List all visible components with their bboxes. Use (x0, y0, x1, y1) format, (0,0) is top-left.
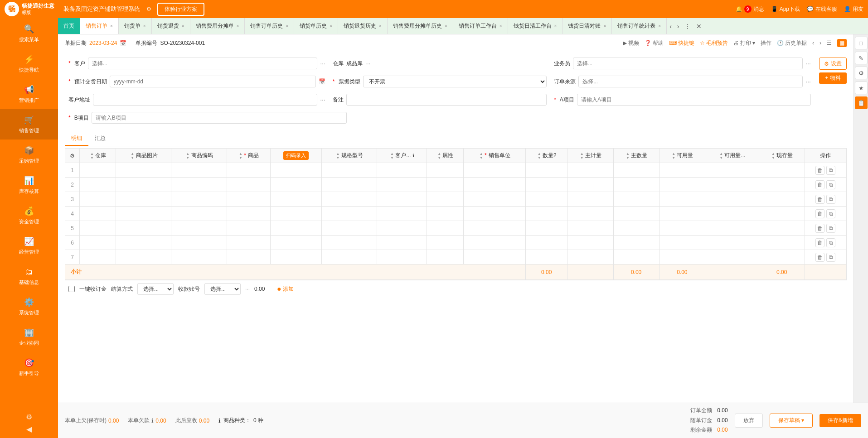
row-5-avail-qty[interactable] (659, 221, 705, 236)
sidebar-item-guide[interactable]: 🎯 新手引导 (0, 352, 58, 382)
tab-statistics-close[interactable]: × (658, 24, 661, 29)
row-5-unit[interactable] (463, 221, 526, 236)
row-3-image[interactable] (116, 192, 171, 207)
tab-summary[interactable]: 汇总 (88, 132, 112, 146)
tab-next-btn[interactable]: › (674, 23, 682, 30)
row-1-code[interactable] (171, 163, 227, 178)
row-4-main-unit[interactable] (567, 207, 613, 221)
row-4-avail-qty[interactable] (659, 207, 705, 221)
b-project-input[interactable] (92, 112, 347, 124)
row-7-main-qty[interactable] (613, 250, 659, 265)
account-select[interactable]: 选择... (204, 283, 241, 295)
row-1-avail2[interactable] (705, 163, 759, 178)
row-6-delete-btn[interactable]: 🗑 (815, 238, 824, 247)
row-1-avail-qty[interactable] (659, 163, 705, 178)
row-7-qty2[interactable] (526, 250, 567, 265)
row-5-code[interactable] (171, 221, 227, 236)
row-6-spec[interactable] (321, 236, 377, 250)
row-1-attribute[interactable] (427, 163, 463, 178)
tab-detail[interactable]: 明细 (65, 132, 88, 146)
row-3-code[interactable] (171, 192, 227, 207)
current-due-info[interactable]: ℹ (151, 418, 154, 424)
row-7-product[interactable] (227, 250, 270, 265)
row-3-warehouse[interactable] (80, 192, 116, 207)
avail2-sort[interactable]: ▲▼ (719, 152, 723, 160)
row-7-copy-btn[interactable]: ⧉ (826, 253, 835, 262)
row-6-unit[interactable] (463, 236, 526, 250)
online-service-btn[interactable]: 💬 在线客服 (807, 5, 837, 13)
row-5-customer-spec[interactable] (377, 221, 427, 236)
spec-sort[interactable]: ▲▼ (336, 152, 339, 160)
add-payment-btn[interactable]: ● 添加 (277, 285, 294, 293)
addr-more-icon[interactable]: ··· (320, 96, 325, 103)
code-sort[interactable]: ▲▼ (186, 152, 189, 160)
history-action[interactable]: 🕐 历史单据 (777, 39, 807, 47)
sidebar-collapse-icon[interactable]: ◀ (26, 425, 32, 433)
print-chevron[interactable]: ▾ (752, 40, 755, 46)
row-6-main-unit[interactable] (567, 236, 613, 250)
nav-next-icon[interactable]: › (820, 40, 821, 46)
row-2-unit[interactable] (463, 178, 526, 192)
row-4-copy-btn[interactable]: ⧉ (826, 209, 835, 218)
tab-expense-history[interactable]: 销售费用分摊单历史 × (388, 18, 453, 34)
row-7-attribute[interactable] (427, 250, 463, 265)
row-7-warehouse[interactable] (80, 250, 116, 265)
tab-return-history[interactable]: 销货退货历史 × (338, 18, 388, 34)
attribute-sort[interactable]: ▲▼ (437, 152, 441, 160)
row-4-attribute[interactable] (427, 207, 463, 221)
row-3-customer-spec[interactable] (377, 192, 427, 207)
row-7-avail2[interactable] (705, 250, 759, 265)
setting-btn[interactable]: ⚙ 设置 (819, 58, 847, 70)
calendar-icon[interactable]: 📅 (120, 40, 126, 46)
row-3-delete-btn[interactable]: 🗑 (815, 195, 824, 204)
more-dots-icon[interactable]: ··· (245, 286, 250, 292)
row-7-spec[interactable] (321, 250, 377, 265)
order-source-more-icon[interactable]: ··· (805, 78, 811, 85)
unit-sort[interactable]: ▲▼ (480, 152, 483, 160)
row-4-warehouse[interactable] (80, 207, 116, 221)
row-4-unit[interactable] (463, 207, 526, 221)
row-5-qty2[interactable] (526, 221, 567, 236)
row-5-product[interactable] (227, 221, 270, 236)
row-7-customer-spec[interactable] (377, 250, 427, 265)
tab-order-workbench-close[interactable]: × (499, 24, 502, 29)
row-1-customer-spec[interactable] (377, 163, 427, 178)
row-5-avail2[interactable] (705, 221, 759, 236)
sidebar-item-finance[interactable]: 💰 资金管理 (0, 200, 58, 231)
row-1-main-qty[interactable] (613, 163, 659, 178)
row-7-main-unit[interactable] (567, 250, 613, 265)
notification-btn[interactable]: 🔔 9 消息 (736, 5, 764, 13)
tab-daily-workbench-close[interactable]: × (554, 24, 557, 29)
discard-btn[interactable]: 放弃 (735, 414, 763, 428)
row-5-spec[interactable] (321, 221, 377, 236)
product-sort[interactable]: ▲▼ (239, 152, 242, 160)
row-2-avail2[interactable] (705, 178, 759, 192)
row-5-warehouse[interactable] (80, 221, 116, 236)
row-6-avail2[interactable] (705, 236, 759, 250)
tab-statistics[interactable]: 销售订单统计表 × (612, 18, 667, 34)
customer-spec-sort[interactable]: ▲▼ (390, 152, 394, 160)
tab-close-all-btn[interactable]: ✕ (693, 23, 704, 30)
row-4-qty2[interactable] (526, 207, 567, 221)
row-2-warehouse[interactable] (80, 178, 116, 192)
add-item-btn[interactable]: + 物料 (819, 72, 847, 84)
salesperson-input[interactable] (573, 58, 803, 69)
tab-goods-history[interactable]: 销货单历史 × (294, 18, 338, 34)
tab-menu-btn[interactable]: ⋮ (682, 23, 693, 30)
tab-return-close[interactable]: × (182, 24, 184, 29)
sidebar-item-purchase[interactable]: 📦 采购管理 (0, 140, 58, 170)
scan-btn[interactable]: 扫码录入 (283, 151, 309, 160)
current-qty-sort[interactable]: ▲▼ (771, 152, 775, 160)
tab-expense[interactable]: 销售费用分摊单 × (190, 18, 245, 34)
tab-order-workbench[interactable]: 销售订单工作台 × (453, 18, 508, 34)
row-4-image[interactable] (116, 207, 171, 221)
row-7-delete-btn[interactable]: 🗑 (815, 253, 824, 262)
tab-reconcile-close[interactable]: × (603, 24, 606, 29)
row-6-customer-spec[interactable] (377, 236, 427, 250)
row-5-delete-btn[interactable]: 🗑 (815, 224, 824, 233)
row-1-warehouse[interactable] (80, 163, 116, 178)
row-7-image[interactable] (116, 250, 171, 265)
row-4-delete-btn[interactable]: 🗑 (815, 209, 824, 218)
sidebar-item-operations[interactable]: 📈 经营管理 (0, 231, 58, 261)
tab-sales-goods[interactable]: 销货单 × (119, 18, 152, 34)
